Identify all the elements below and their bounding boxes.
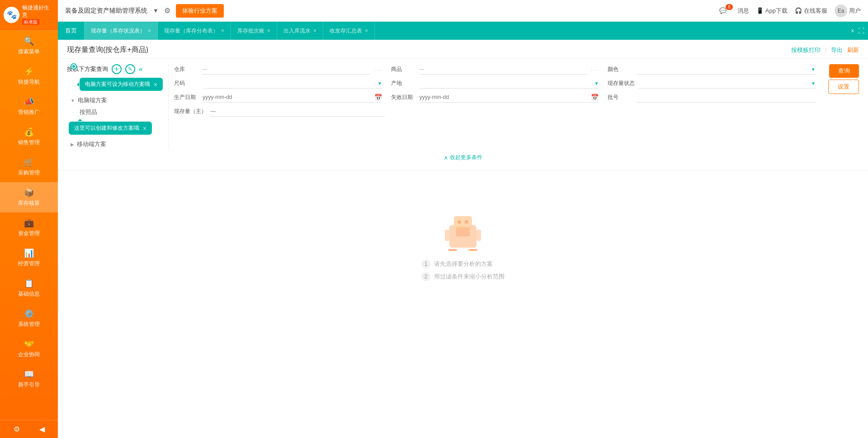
expire-date-input[interactable] xyxy=(420,92,591,102)
search-button[interactable]: 查询 xyxy=(829,64,859,78)
tooltip-1-close[interactable]: × xyxy=(154,81,157,88)
stock-main-input[interactable] xyxy=(210,106,385,117)
size-select[interactable] xyxy=(203,78,382,89)
app-icon: 📱 xyxy=(756,7,764,14)
collapse-bottom-btn[interactable]: ◀ xyxy=(39,425,45,433)
expire-date-label: 失效日期 xyxy=(391,94,416,101)
origin-label: 产地 xyxy=(391,80,416,87)
tab-home-label: 首页 xyxy=(65,27,77,35)
basic-icon: 📋 xyxy=(24,278,34,288)
sidebar-item-marketing[interactable]: 📣 营销推广 xyxy=(0,91,58,122)
goods-input[interactable] xyxy=(420,64,587,75)
produce-date-calendar-icon[interactable]: 📅 xyxy=(374,94,382,101)
export-button[interactable]: 导出 xyxy=(831,46,843,54)
filter-add-button[interactable]: + xyxy=(112,64,122,74)
tab-batch[interactable]: 库存批次账 × xyxy=(231,22,277,40)
filter-back-arrow[interactable]: « xyxy=(139,65,143,73)
guide-icon: 📖 xyxy=(24,369,34,379)
mobile-scheme-label: 移动端方案 xyxy=(77,140,106,148)
sidebar-logo: 🐾 畅捷通好生意 标准版 xyxy=(0,0,58,31)
tab-fullscreen-icon[interactable]: ⛶ xyxy=(858,27,864,34)
tab-home[interactable]: 首页 xyxy=(58,22,85,40)
tab-batch-label: 库存批次账 xyxy=(237,27,264,35)
tab-collect[interactable]: 收发存汇总表 × xyxy=(323,22,375,40)
tab-inout-close[interactable]: × xyxy=(313,28,316,34)
messages-item[interactable]: 💬 8 消息 xyxy=(719,7,749,15)
tab-collect-close[interactable]: × xyxy=(365,28,368,34)
tab-inventory-status[interactable]: 现存量（库存状况表） × xyxy=(85,22,158,40)
header-settings-icon[interactable]: ⚙ xyxy=(164,6,170,15)
refresh-button[interactable]: 刷新 xyxy=(847,46,859,54)
color-select-wrap: ▼ xyxy=(636,64,816,75)
purchase-icon: 🛒 xyxy=(24,157,34,167)
collapse-label: 收起更多条件 xyxy=(450,154,482,161)
sidebar-item-enterprise[interactable]: 🤝 企业协同 xyxy=(0,334,58,364)
app-download-item[interactable]: 📱 App下载 xyxy=(756,7,788,15)
svg-point-2 xyxy=(458,220,461,224)
tooltip-2-close[interactable]: × xyxy=(143,125,146,132)
expire-date-calendar-icon[interactable]: 📅 xyxy=(591,94,599,101)
finance-icon: 💼 xyxy=(24,218,34,228)
warehouse-row: 仓库 ··· xyxy=(174,64,382,75)
page-actions: 按模板打印 | 导出 刷新 xyxy=(791,46,859,54)
collapse-row[interactable]: ∧ 收起更多条件 xyxy=(67,150,859,165)
stock-status-select-wrap: ▼ xyxy=(638,78,816,89)
tab-inout[interactable]: 出入库流水 × xyxy=(277,22,323,40)
tab-inventory-status-close[interactable]: × xyxy=(148,28,151,34)
sidebar-item-purchase[interactable]: 🛒 采购管理 xyxy=(0,152,58,182)
print-button[interactable]: 按模板打印 xyxy=(791,46,821,54)
color-row: 颜色 ▼ xyxy=(608,64,816,75)
goods-more: ··· xyxy=(591,66,599,73)
pc-scheme-item-1[interactable]: 按照品 xyxy=(80,106,163,118)
set-button[interactable]: 设置 xyxy=(828,80,859,94)
header-left: 装备及固定资产辅助管理系统 ▼ ⚙ 体验行业方案 xyxy=(65,4,224,18)
warehouse-input[interactable] xyxy=(203,64,370,75)
pc-scheme-header[interactable]: ▼ 电脑端方案 xyxy=(71,94,163,106)
produce-date-row: 生产日期 📅 xyxy=(174,92,382,103)
stock-status-select[interactable] xyxy=(638,78,816,89)
sidebar-item-operation[interactable]: 📊 经营管理 xyxy=(0,243,58,273)
goods-label: 商品 xyxy=(391,66,416,73)
mobile-scheme-header[interactable]: ▶ 移动端方案 xyxy=(71,138,163,150)
settings-bottom-btn[interactable]: ⚙ xyxy=(14,425,20,433)
batch-input[interactable] xyxy=(636,92,816,103)
filter-edit-button[interactable]: ✎ xyxy=(125,64,135,74)
system-name: 装备及固定资产辅助管理系统 xyxy=(65,7,147,15)
sidebar-item-guide[interactable]: 📖 新手引导 xyxy=(0,364,58,394)
empty-svg xyxy=(436,207,490,252)
support-item[interactable]: 🎧 在线客服 xyxy=(795,7,827,15)
sidebar-item-inventory[interactable]: 📦 库存核算 xyxy=(0,182,58,212)
batch-row: 批号 xyxy=(608,92,816,103)
tab-inventory-dist[interactable]: 现存量（库存分布表） × xyxy=(158,22,231,40)
mobile-plan-tree: ▶ 移动端方案 xyxy=(71,138,163,150)
sidebar-label-enterprise: 企业协同 xyxy=(18,351,40,358)
mobile-scheme-arrow: ▶ xyxy=(71,142,74,147)
message-badge: 8 xyxy=(726,4,733,10)
svg-rect-5 xyxy=(445,230,449,241)
tab-inventory-dist-close[interactable]: × xyxy=(221,28,224,34)
tab-bar: 首页 现存量（库存状况表） × 现存量（库存分布表） × 库存批次账 × 出入库… xyxy=(58,22,868,40)
filter-header-row: 按以下方案查询 + ✎ « xyxy=(67,64,163,74)
empty-step-2: 2 用过滤条件来缩小分析范围 xyxy=(421,272,505,281)
color-select[interactable] xyxy=(636,64,816,75)
sidebar-item-basic[interactable]: 📋 基础信息 xyxy=(0,273,58,303)
user-item[interactable]: Ea 用户 xyxy=(835,5,861,17)
origin-select[interactable] xyxy=(420,78,599,89)
sidebar-item-system[interactable]: ⚙️ 系统管理 xyxy=(0,303,58,334)
sidebar-item-search[interactable]: 🔍 搜索菜单 xyxy=(0,31,58,61)
logo-title: 畅捷通好生意 xyxy=(22,5,54,19)
size-label: 尺码 xyxy=(174,80,199,87)
sales-icon: 💰 xyxy=(24,127,34,137)
sidebar-item-sales[interactable]: 💰 销售管理 xyxy=(0,122,58,152)
header-dropdown[interactable]: ▼ xyxy=(153,7,159,14)
sidebar-item-finance[interactable]: 💼 资金管理 xyxy=(0,212,58,243)
stock-status-row: 现存量状态 ▼ xyxy=(608,78,816,89)
tab-close-all-icon[interactable]: × xyxy=(851,27,854,34)
sidebar-item-quick[interactable]: ⚡ 快捷导航 xyxy=(0,61,58,91)
tab-batch-close[interactable]: × xyxy=(267,28,270,34)
sidebar-label-search: 搜索菜单 xyxy=(18,48,40,56)
produce-date-input[interactable] xyxy=(203,92,374,102)
trial-button[interactable]: 体验行业方案 xyxy=(176,4,224,18)
empty-steps: 1 请先选择要分析的方案 2 用过滤条件来缩小分析范围 xyxy=(421,259,505,281)
plan-tree: ▼ 电脑端方案 按照品 xyxy=(71,94,163,118)
